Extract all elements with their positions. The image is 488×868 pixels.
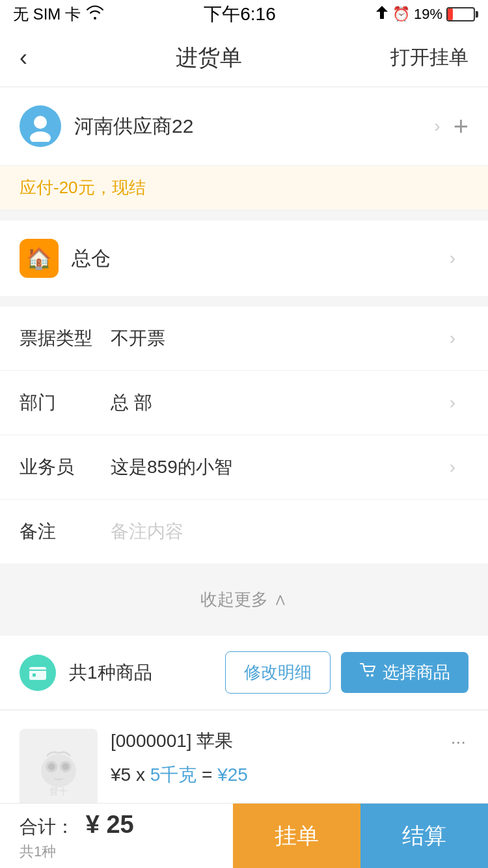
- remark-label: 备注: [20, 519, 98, 544]
- status-bar: 无 SIM 卡 下午6:16 ⏰ 19%: [0, 0, 488, 29]
- warehouse-icon: 🏠: [20, 239, 59, 278]
- svg-point-9: [48, 763, 55, 770]
- svg-point-1: [30, 131, 51, 142]
- footer: 合计： ¥ 25 共1种 挂单 结算: [0, 803, 488, 868]
- status-left: 无 SIM 卡: [13, 4, 104, 25]
- sales-value: 这是859的小智: [98, 455, 450, 480]
- supplier-row[interactable]: 河南供应商22 › +: [0, 87, 488, 166]
- chevron-right-icon: ›: [450, 392, 455, 413]
- hang-button[interactable]: 挂单: [233, 804, 360, 869]
- invoice-value: 不开票: [98, 326, 450, 351]
- invoice-label: 票据类型: [20, 326, 98, 351]
- dept-row[interactable]: 部门 总 部 ›: [0, 371, 488, 435]
- sales-label: 业务员: [20, 455, 98, 480]
- wifi-icon: [86, 5, 104, 23]
- back-button[interactable]: ‹: [20, 44, 27, 72]
- select-product-button[interactable]: 选择商品: [341, 652, 468, 693]
- content-area: 河南供应商22 › + 应付-20元，现结 🏠 总仓 › 票据类型 不开票 › …: [0, 87, 488, 868]
- svg-point-10: [62, 763, 69, 770]
- chevron-right-icon: ›: [434, 116, 440, 137]
- form-section: 票据类型 不开票 › 部门 总 部 › 业务员 这是859的小智 › 备注 备注…: [0, 306, 488, 563]
- nav-bar: ‹ 进货单 打开挂单: [0, 29, 488, 87]
- chevron-right-icon: ›: [450, 328, 455, 349]
- total-label: 合计：: [20, 817, 74, 837]
- open-hang-button[interactable]: 打开挂单: [390, 44, 468, 71]
- warehouse-row[interactable]: 🏠 总仓 ›: [0, 221, 488, 296]
- total-count: 共1种: [20, 842, 213, 861]
- dept-label: 部门: [20, 390, 98, 415]
- status-right: ⏰ 19%: [375, 5, 475, 23]
- products-section: 共1种商品 修改明细 选择商品: [0, 636, 488, 825]
- home-icon: 🏠: [26, 246, 52, 271]
- divider: [0, 625, 488, 636]
- chevron-right-icon: ›: [450, 457, 455, 478]
- chevron-right-icon: ›: [450, 248, 455, 269]
- products-header: 共1种商品 修改明细 选择商品: [0, 636, 488, 710]
- carrier-label: 无 SIM 卡: [13, 4, 81, 25]
- collapse-bar[interactable]: 收起更多 ∧: [0, 574, 488, 625]
- select-product-label: 选择商品: [383, 661, 450, 684]
- supplier-notice: 应付-20元，现结: [0, 166, 488, 210]
- svg-point-6: [41, 754, 76, 787]
- svg-rect-3: [33, 673, 36, 677]
- page-title: 进货单: [176, 43, 242, 73]
- status-time: 下午6:16: [204, 2, 276, 27]
- products-icon: [20, 655, 56, 691]
- battery-icon: [446, 7, 475, 21]
- sales-row[interactable]: 业务员 这是859的小智 ›: [0, 435, 488, 500]
- modify-detail-button[interactable]: 修改明细: [225, 651, 331, 694]
- alarm-icon: ⏰: [392, 6, 410, 23]
- product-more-button[interactable]: ···: [448, 729, 468, 755]
- remark-row[interactable]: 备注 备注内容: [0, 500, 488, 563]
- location-icon: [375, 5, 388, 23]
- battery-percent: 19%: [414, 6, 442, 23]
- product-code: [0000001]: [111, 731, 192, 751]
- footer-total: 合计： ¥ 25 共1种: [0, 811, 233, 861]
- svg-point-5: [371, 674, 373, 677]
- svg-point-4: [366, 674, 369, 677]
- product-info: [0000001] 苹果 ¥5 x 5千克 = ¥25: [111, 729, 448, 787]
- svg-text:督十: 督十: [49, 786, 68, 796]
- invoice-row[interactable]: 票据类型 不开票 ›: [0, 306, 488, 371]
- total-amount: ¥ 25: [86, 811, 134, 838]
- dept-value: 总 部: [98, 390, 450, 415]
- svg-point-0: [34, 116, 47, 129]
- product-price: ¥5 x 5千克 = ¥25: [111, 763, 448, 787]
- add-button[interactable]: +: [454, 112, 468, 141]
- svg-rect-2: [29, 667, 46, 680]
- warehouse-section: 🏠 总仓 ›: [0, 221, 488, 296]
- remark-placeholder: 备注内容: [98, 519, 468, 544]
- checkout-button[interactable]: 结算: [360, 804, 488, 869]
- warehouse-name: 总仓: [72, 245, 450, 272]
- product-name: [0000001] 苹果: [111, 729, 448, 753]
- supplier-name: 河南供应商22: [74, 113, 434, 140]
- supplier-avatar: [20, 105, 61, 147]
- products-count: 共1种商品: [69, 660, 225, 685]
- product-thumbnail: 督十: [20, 729, 98, 807]
- cart-icon: [359, 662, 377, 683]
- supplier-section: 河南供应商22 › + 应付-20元，现结: [0, 87, 488, 210]
